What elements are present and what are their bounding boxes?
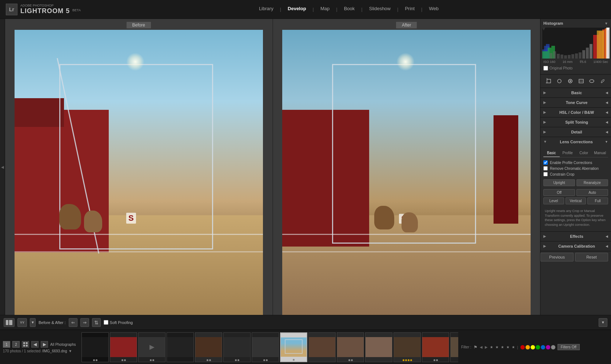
swap-arrow-right[interactable]: ⇒ xyxy=(80,318,89,327)
detail-header[interactable]: ▶ Detail ◀ xyxy=(540,127,611,137)
crop-tool[interactable] xyxy=(544,77,553,85)
thumb-13[interactable] xyxy=(422,332,449,362)
filter-star-1[interactable]: ★ xyxy=(490,345,493,349)
tone-curve-header[interactable]: ▶ Tone Curve ◀ xyxy=(540,98,611,107)
enable-profile-checkbox[interactable] xyxy=(543,160,548,165)
hsl-section: ▶ HSL / Color / B&W ◀ xyxy=(540,108,611,117)
red-eye-tool[interactable] xyxy=(566,77,575,85)
camera-calibration-section: ▶ Camera Calibration ◀ xyxy=(540,241,611,251)
thumb-9[interactable] xyxy=(308,332,336,362)
grid-view-btn[interactable] xyxy=(22,341,29,348)
thumb-7[interactable] xyxy=(252,332,279,362)
thumb-5[interactable] xyxy=(195,332,222,362)
filter-star-3[interactable]: ★ xyxy=(501,345,504,349)
swap-both[interactable]: ⇅ xyxy=(92,318,101,327)
filters-off-btn[interactable]: Filters Off xyxy=(558,344,580,350)
thumb-11[interactable] xyxy=(365,332,392,362)
adjustment-brush-tool[interactable] xyxy=(598,77,607,85)
reanalyze-btn[interactable]: Reanalyze xyxy=(576,179,608,186)
page-1-btn[interactable]: 1 xyxy=(3,341,10,348)
histogram-arrow[interactable]: ▼ xyxy=(604,21,608,25)
page-2-btn[interactable]: 2 xyxy=(12,341,20,348)
thumb-2[interactable] xyxy=(110,332,137,362)
color-filter-grey[interactable] xyxy=(551,345,555,349)
nav-print[interactable]: Print xyxy=(400,4,420,15)
panel-toggle-btn[interactable]: ▼ xyxy=(599,318,607,327)
frame-top-before xyxy=(59,64,213,249)
lc-tab-profile[interactable]: Profile xyxy=(560,149,576,157)
color-filter-6[interactable] xyxy=(546,345,550,349)
constrain-crop-row: Constrain Crop xyxy=(543,172,608,176)
basic-section-header[interactable]: ▶ Basic ◀ xyxy=(540,88,611,97)
swap-arrow-left[interactable]: ⇐ xyxy=(69,318,77,327)
reset-button[interactable]: Reset xyxy=(575,253,608,261)
nav-library[interactable]: Library xyxy=(254,4,279,15)
lens-corrections-header[interactable]: ▼ Lens Corrections ▼ xyxy=(540,137,611,147)
split-toning-header[interactable]: ▶ Split Toning ◀ xyxy=(540,117,611,127)
lc-tab-basic[interactable]: Basic xyxy=(543,149,560,157)
nav-map[interactable]: Map xyxy=(315,4,335,15)
filmstrip-right: Filter : ⚑ ◀ ▶ ★ ★ ★ ★ ★ | Filters Off xyxy=(458,344,611,350)
basic-section: ▶ Basic ◀ xyxy=(540,88,611,98)
thumb-12[interactable] xyxy=(394,332,421,362)
nav-web[interactable]: Web xyxy=(424,4,444,15)
nav-book[interactable]: Book xyxy=(339,4,360,15)
remove-chromatic-checkbox[interactable] xyxy=(543,166,548,171)
upright-btn[interactable]: Upright xyxy=(543,179,575,186)
histogram-canvas xyxy=(542,28,610,59)
thumb-1[interactable] xyxy=(81,332,109,362)
hsl-title: HSL / Color / B&W xyxy=(549,110,604,115)
effects-header[interactable]: ▶ Effects ◀ xyxy=(540,232,611,241)
nav-develop[interactable]: Develop xyxy=(283,4,311,15)
thumb-14[interactable] xyxy=(450,332,458,362)
color-filter-5[interactable] xyxy=(541,345,545,349)
thumb-6[interactable] xyxy=(223,332,251,362)
spot-heal-tool[interactable] xyxy=(555,77,564,85)
next-photo-btn[interactable]: ▶ xyxy=(41,341,48,348)
vertical-btn[interactable]: Vertical xyxy=(566,197,586,204)
filter-star-5[interactable]: ★ xyxy=(512,345,515,349)
thumb-3[interactable]: ▶ xyxy=(138,332,165,362)
radial-filter-tool[interactable] xyxy=(587,77,596,85)
thumb-8-selected[interactable] xyxy=(280,332,307,362)
svg-rect-12 xyxy=(550,53,552,59)
compare-view-btn[interactable]: YY xyxy=(17,318,27,327)
camera-calibration-toggle: ▶ xyxy=(543,244,548,248)
graduated-filter-tool[interactable] xyxy=(577,77,586,85)
full-btn[interactable]: Full xyxy=(587,197,608,204)
svg-rect-23 xyxy=(590,44,592,59)
color-filter-2[interactable] xyxy=(526,345,530,349)
filter-arrow-left[interactable]: ◀ xyxy=(480,345,483,349)
histogram-section: Histogram ▼ xyxy=(540,19,611,75)
nav-slideshow[interactable]: Slideshow xyxy=(364,4,396,15)
filmstrip-view-btn[interactable] xyxy=(4,318,15,327)
original-photo-checkbox[interactable] xyxy=(543,66,548,71)
thumb-10[interactable] xyxy=(337,332,364,362)
filmstrip-info-row: 170 photos / 1 selected /IMG_6693.dng ▼ xyxy=(3,349,77,353)
previous-button[interactable]: Previous xyxy=(540,253,574,261)
color-filter-4[interactable] xyxy=(536,345,540,349)
hsl-header[interactable]: ▶ HSL / Color / B&W ◀ xyxy=(540,108,611,117)
filter-star-2[interactable]: ★ xyxy=(495,345,499,349)
level-btn[interactable]: Level xyxy=(543,197,564,204)
color-filter-3[interactable] xyxy=(531,345,535,349)
lc-tab-color[interactable]: Color xyxy=(576,149,592,157)
filter-arrow-right[interactable]: ▶ xyxy=(485,345,488,349)
constrain-crop-checkbox[interactable] xyxy=(543,172,548,176)
view-mode-dropdown[interactable]: ▼ xyxy=(30,318,36,327)
filter-flag-icon[interactable]: ⚑ xyxy=(474,345,478,350)
prev-photo-btn[interactable]: ◀ xyxy=(31,341,39,348)
auto-btn[interactable]: Auto xyxy=(576,189,608,196)
camera-calibration-header[interactable]: ▶ Camera Calibration ◀ xyxy=(540,241,611,251)
soft-proofing-checkbox[interactable] xyxy=(104,320,108,325)
lc-tab-manual[interactable]: Manual xyxy=(592,149,608,157)
left-panel-toggle[interactable]: ◀ xyxy=(0,19,5,315)
thumb-4[interactable] xyxy=(167,332,194,362)
file-dropdown[interactable]: ▼ xyxy=(68,349,72,353)
filter-star-4[interactable]: ★ xyxy=(506,345,510,349)
off-btn[interactable]: Off xyxy=(543,189,575,196)
tool-icons-row xyxy=(540,75,611,88)
color-filter-1[interactable] xyxy=(520,345,525,349)
filmstrip-thumbnails: ▶ xyxy=(80,331,458,364)
lens-corrections-arrow: ▼ xyxy=(605,140,608,144)
